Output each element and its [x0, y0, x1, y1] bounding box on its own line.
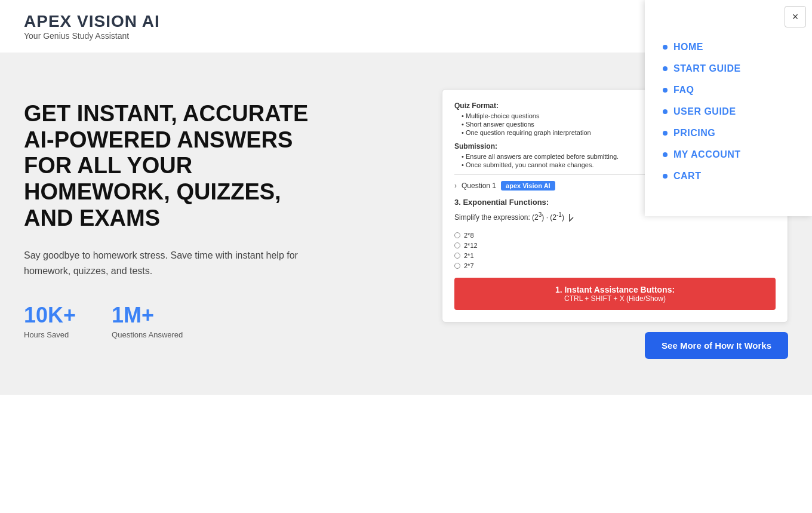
answer-text: 2*7: [464, 262, 474, 269]
radio-circle: [454, 242, 460, 248]
nav-dot: [663, 66, 668, 71]
nav-item-cart[interactable]: CART: [663, 171, 794, 182]
nav-dot: [663, 109, 668, 114]
header: APEX VISION AI Your Genius Study Assista…: [0, 0, 812, 53]
radio-circle: [454, 253, 460, 259]
nav-item-home[interactable]: HOME: [663, 42, 794, 53]
nav-link-home[interactable]: HOME: [673, 42, 703, 53]
nav-arrow: ›: [454, 182, 457, 190]
answer-option[interactable]: 2*7: [454, 262, 776, 269]
nav-item-pricing[interactable]: PRICING: [663, 128, 794, 139]
answer-text: 2*1: [464, 252, 474, 259]
nav-overlay: × HOME START GUIDE FAQ USER GUIDE PRICIN…: [645, 0, 812, 216]
hero-heading: GET INSTANT, ACCURATE AI-POWERED ANSWERS…: [24, 101, 334, 231]
question-tab-label: Question 1: [462, 182, 496, 190]
answer-option[interactable]: 2*8: [454, 232, 776, 239]
nav-list: HOME START GUIDE FAQ USER GUIDE PRICING …: [645, 12, 812, 204]
nav-dot: [663, 152, 668, 157]
nav-dot: [663, 45, 668, 50]
stat-questions-value: 1M+: [112, 303, 183, 328]
nav-dot: [663, 174, 668, 179]
radio-circle: [454, 263, 460, 269]
stat-hours-label: Hours Saved: [24, 330, 76, 339]
nav-dot: [663, 88, 668, 93]
answer-text: 2*8: [464, 232, 474, 239]
hero-subtext: Say goodbye to homework stress. Save tim…: [24, 248, 334, 278]
nav-link-user-guide[interactable]: USER GUIDE: [673, 106, 736, 117]
stat-hours: 10K+ Hours Saved: [24, 303, 76, 339]
stat-hours-value: 10K+: [24, 303, 76, 328]
stat-questions: 1M+ Questions Answered: [112, 303, 183, 339]
answer-option[interactable]: 2*1: [454, 252, 776, 259]
assist-banner-title: 1. Instant Assistance Buttons:: [464, 285, 766, 294]
logo: APEX VISION AI Your Genius Study Assista…: [24, 12, 160, 41]
logo-subtitle: Your Genius Study Assistant: [24, 31, 160, 41]
hero-left: GET INSTANT, ACCURATE AI-POWERED ANSWERS…: [24, 89, 334, 344]
answer-option[interactable]: 2*12: [454, 242, 776, 249]
see-more-button[interactable]: See More of How It Works: [645, 332, 788, 359]
nav-link-faq[interactable]: FAQ: [673, 85, 694, 96]
nav-dot: [663, 131, 668, 136]
nav-item-start-guide[interactable]: START GUIDE: [663, 63, 794, 74]
assist-banner-sub: CTRL + SHIFT + X (Hide/Show): [464, 294, 766, 303]
answer-options: 2*8 2*12 2*1 2*7: [454, 232, 776, 269]
answer-text: 2*12: [464, 242, 478, 249]
radio-circle: [454, 232, 460, 238]
stats-row: 10K+ Hours Saved 1M+ Questions Answered: [24, 303, 334, 339]
nav-close-button[interactable]: ×: [785, 6, 806, 27]
nav-link-start-guide[interactable]: START GUIDE: [673, 63, 741, 74]
nav-item-faq[interactable]: FAQ: [663, 85, 794, 96]
nav-link-cart[interactable]: CART: [673, 171, 701, 182]
question-badge: apex Vision AI: [501, 181, 555, 191]
logo-title: APEX VISION AI: [24, 12, 160, 31]
assist-banner: 1. Instant Assistance Buttons: CTRL + SH…: [454, 278, 776, 310]
stat-questions-label: Questions Answered: [112, 330, 183, 339]
nav-link-pricing[interactable]: PRICING: [673, 128, 715, 139]
nav-link-my-account[interactable]: MY ACCOUNT: [673, 149, 741, 160]
nav-item-user-guide[interactable]: USER GUIDE: [663, 106, 794, 117]
nav-item-my-account[interactable]: MY ACCOUNT: [663, 149, 794, 160]
